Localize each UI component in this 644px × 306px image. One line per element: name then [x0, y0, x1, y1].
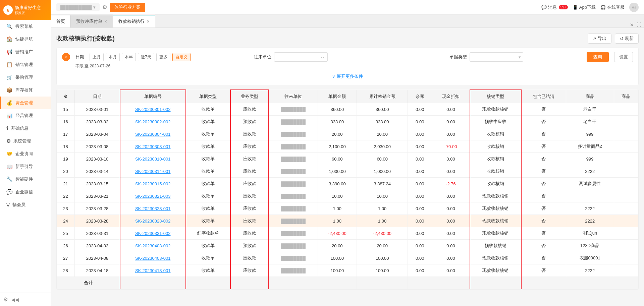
tabbar-right: ✕ ⛶ [630, 22, 644, 27]
message-btn[interactable]: 💬 消息 99+ [541, 4, 568, 10]
table-row: 18 2023-03-08 SK-20230308-001 收款单 应收款 ██… [57, 140, 638, 153]
cell-cancel-type: 收款核销 [470, 178, 522, 190]
cell-product: 衣服00001 [566, 252, 614, 264]
sidebar-item-系统管理[interactable]: ⚙系统管理 [0, 135, 51, 147]
customer-input-area[interactable]: ··· [274, 52, 328, 62]
col-gear[interactable]: ⚙ [57, 90, 75, 103]
cell-product: 2222 [566, 264, 614, 277]
cell-single-type: 收款单 [186, 116, 231, 128]
cell-product [566, 190, 614, 202]
cell-amount: 1.00 [318, 202, 357, 215]
tab-expand-icon[interactable]: ⛶ [637, 22, 641, 27]
col-biz-type: 业务类型 [230, 90, 269, 103]
sidebar-item-畅会员[interactable]: V畅会员 [0, 198, 51, 211]
cell-include-settled: 否 [521, 178, 566, 190]
date-label: 日期 [75, 54, 84, 60]
sidebar-item-搜索菜单[interactable]: 🔍搜索菜单 [0, 20, 51, 33]
cell-no: 18 [57, 140, 75, 153]
topbar: ████████████ ▾ ⚙ 体验行业方案 💬 消息 99+ 📱 App下载… [51, 0, 644, 15]
cell-single-type: 收款单 [186, 178, 231, 190]
sidebar-item-快捷导航[interactable]: 🏠快捷导航 [0, 33, 51, 46]
sidebar-item-销售管理[interactable]: 📋销售管理 [0, 58, 51, 71]
cell-product2 [614, 202, 638, 215]
cell-include-settled: 否 [521, 140, 566, 153]
cell-cash-discount: 0.00 [432, 202, 470, 215]
cell-include-settled: 否 [521, 240, 566, 252]
main-content: ████████████ ▾ ⚙ 体验行业方案 💬 消息 99+ 📱 App下载… [51, 0, 644, 306]
cell-date: 2023-03-28 [75, 215, 120, 227]
date-btn-this-month[interactable]: 本月 [106, 53, 120, 61]
cell-single-type: 红字收款单 [186, 227, 231, 240]
cell-product: 测试jun [566, 227, 614, 240]
sidebar-item-基础信息[interactable]: ℹ基础信息 [0, 122, 51, 135]
logo-text: 畅康道好生意 标推版 [15, 5, 41, 15]
cell-total-cancel: 1,000.00 [357, 165, 408, 178]
refresh-button[interactable]: ↺ 刷新 [615, 34, 639, 44]
query-button[interactable]: 查询 [587, 52, 609, 62]
voucher-type-select-area[interactable]: ▾ [470, 52, 523, 62]
cell-single-no: SK-20230321-003 [120, 190, 186, 202]
sidebar-item-智能硬件[interactable]: 🔧智能硬件 [0, 173, 51, 186]
filter-settings-button[interactable]: 设置 [614, 52, 633, 62]
cell-balance: 0.00 [408, 227, 432, 240]
table-row: 25 2023-03-31 SK-20230331-002 红字收款单 应收款 … [57, 227, 638, 240]
sidebar-item-营销推广[interactable]: 📢营销推广 [0, 46, 51, 58]
export-button[interactable]: ↗ 导出 [588, 34, 611, 44]
online-service-btn[interactable]: 🎧 在线客服 [600, 4, 625, 10]
table-row: 16 2023-03-02 SK-20230302-002 收款单 预收款 ██… [57, 116, 638, 128]
cell-no: 27 [57, 252, 75, 264]
col-customer: 往来单位 [269, 90, 318, 103]
cell-customer: ████████ [269, 215, 318, 227]
sidebar-item-资金管理[interactable]: 💰资金管理 [0, 97, 51, 109]
cell-amount: 60.00 [318, 153, 357, 165]
cell-amount: 100.00 [318, 252, 357, 264]
tab-prepay-close[interactable]: ✕ [104, 19, 107, 24]
cell-biz-type: 预收款 [230, 240, 269, 252]
cell-include-settled: 否 [521, 227, 566, 240]
cell-single-type: 收款单 [186, 264, 231, 277]
date-btn-7days[interactable]: 近7天 [138, 53, 154, 61]
expand-more-btn[interactable]: ∨ 展开更多条件 [62, 72, 633, 81]
table-row: 22 2023-03-21 SK-20230321-003 收款单 应收款 ██… [57, 190, 638, 202]
cell-balance: 0.00 [408, 202, 432, 215]
date-btn-custom[interactable]: 自定义 [172, 53, 191, 61]
date-btn-this-year[interactable]: 本年 [122, 53, 136, 61]
cell-biz-type: 应收款 [230, 165, 269, 178]
sidebar-item-企业微信[interactable]: 💬企业微信 [0, 186, 51, 198]
cell-single-no: SK-20230403-002 [120, 240, 186, 252]
collapse-sidebar-icon[interactable]: ◀◀ [11, 297, 19, 302]
tab-home[interactable]: 首页 [51, 15, 71, 27]
tab-close-all-icon[interactable]: ✕ [630, 22, 634, 27]
tab-prepay[interactable]: 预收冲应付单 ✕ [71, 15, 113, 27]
sidebar-item-经营管理[interactable]: 📊经营管理 [0, 109, 51, 122]
filter-collapse-btn[interactable]: » [62, 53, 70, 61]
settings-gear-icon[interactable]: ⚙ [102, 4, 107, 10]
cell-cancel-type: 预收款核销 [470, 240, 522, 252]
cell-single-no: SK-20230308-001 [120, 140, 186, 153]
sidebar-item-库存核算[interactable]: 📦库存核算 [0, 84, 51, 97]
cell-amount: 333.00 [318, 116, 357, 128]
date-btn-last-month[interactable]: 上月 [90, 53, 104, 61]
cell-customer: ████████ [269, 103, 318, 116]
cell-product2 [614, 240, 638, 252]
app-download-btn[interactable]: 📱 App下载 [573, 4, 596, 10]
data-table: ⚙ 日期 单据编号 单据类型 业务类型 往来单位 单据金额 累计核销金额 余额 … [57, 89, 638, 289]
cell-biz-type: 应收款 [230, 190, 269, 202]
user-avatar[interactable]: Rit [629, 3, 639, 12]
sidebar-item-企业协同[interactable]: 🤝企业协同 [0, 147, 51, 160]
cell-product: 999 [566, 153, 614, 165]
cell-product2 [614, 264, 638, 277]
tab-collection[interactable]: 收款核销执行 ✕ [113, 15, 155, 27]
date-btn-more[interactable]: 更多 [156, 53, 170, 61]
cell-date: 2023-03-28 [75, 202, 120, 215]
tab-collection-close[interactable]: ✕ [147, 19, 150, 24]
settings-icon[interactable]: ⚙ [3, 296, 8, 303]
cell-product: 2222 [566, 202, 614, 215]
cell-single-no: SK-20230315-002 [120, 178, 186, 190]
sidebar-item-采购管理[interactable]: 🛒采购管理 [0, 71, 51, 84]
cell-product2 [614, 116, 638, 128]
table-row: 28 2023-04-18 SK-20230418-001 收款单 应收款 ██… [57, 264, 638, 277]
cell-cancel-type: 现款收款核销 [470, 202, 522, 215]
sidebar-item-新手引导[interactable]: 📖新手引导 [0, 160, 51, 173]
industry-solution-button[interactable]: 体验行业方案 [110, 3, 145, 12]
